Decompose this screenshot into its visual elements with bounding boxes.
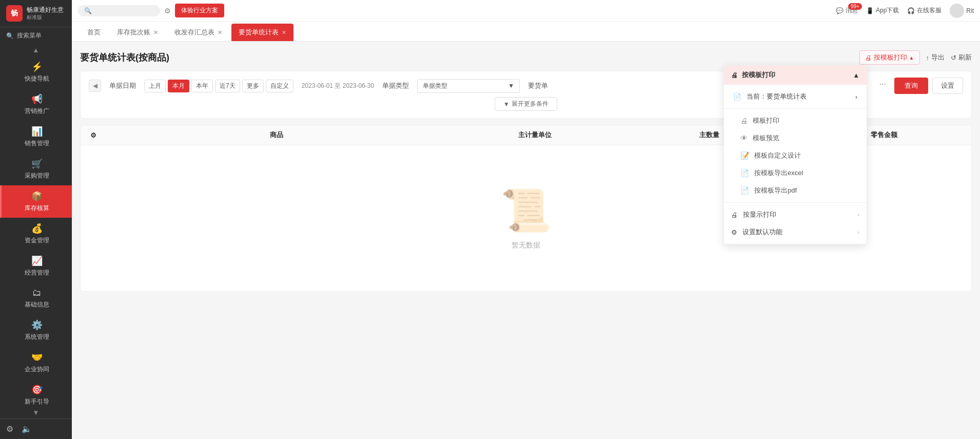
dropdown-item-export-pdf[interactable]: 📄按模板导出pdf: [724, 182, 867, 199]
sidebar-item-purchase[interactable]: 🛒采购管理: [0, 153, 72, 185]
settings-footer-icon[interactable]: ⚙: [6, 424, 13, 434]
nav-icon-system: ⚙️: [31, 319, 43, 331]
sidebar-footer: ⚙ 🔈: [0, 418, 72, 439]
dropdown-item-icon-template-print: 🖨: [740, 117, 748, 125]
nav-icon-collab: 🤝: [31, 352, 43, 363]
date-btn-5[interactable]: 自定义: [266, 80, 293, 92]
sidebar-item-sales[interactable]: 📊销售管理: [0, 121, 72, 153]
dropdown-item-template-print[interactable]: 🖨模板打印: [724, 112, 867, 129]
search-icon: 🔍: [6, 32, 14, 40]
tab-close-order-stats[interactable]: ✕: [282, 29, 286, 36]
header-right: 💬 消息 99+ 📱 App下载 🎧 在线客服 Rit: [836, 4, 974, 18]
sidebar-item-basic[interactable]: 🗂基础信息: [0, 282, 72, 314]
type-select[interactable]: 单据类型 ▼: [417, 79, 520, 93]
dropdown-header: 🖨 按模板打印 ▲: [724, 65, 867, 85]
sidebar-item-collab[interactable]: 🤝企业协同: [0, 347, 72, 379]
dropdown-item-label-template-design: 模板自定义设计: [754, 151, 801, 160]
print-button[interactable]: 🖨 按模板打印 ▲: [859, 50, 920, 65]
nav-label-guide: 新手引导: [25, 397, 49, 406]
dropdown-item-export-excel[interactable]: 📄按模板导出excel: [724, 164, 867, 182]
header-search-bar[interactable]: 🔍: [78, 5, 160, 16]
date-filter-label: 单据日期: [109, 81, 136, 90]
tab-bar: 首页库存批次账✕收发存汇总表✕要货单统计表✕: [72, 22, 980, 42]
sidebar-item-business[interactable]: 📈经营管理: [0, 250, 72, 282]
col-header-product: 商品: [106, 130, 447, 140]
tab-order-stats[interactable]: 要货单统计表✕: [231, 24, 293, 41]
default-func-chevron: ›: [857, 229, 859, 235]
dropdown-item-icon-export-pdf: 📄: [740, 186, 749, 195]
refresh-button[interactable]: ↺ 刷新: [951, 53, 972, 62]
sidebar-scroll-down[interactable]: ▼: [0, 407, 72, 418]
tab-batch-account[interactable]: 库存批次账✕: [110, 24, 165, 41]
avatar[interactable]: Rit: [950, 4, 974, 18]
type-select-value: 单据类型: [423, 82, 447, 90]
header-search-icon: 🔍: [84, 7, 92, 14]
refresh-icon: ↺: [951, 54, 956, 62]
nav-label-system: 系统管理: [25, 333, 49, 341]
tab-close-batch-account[interactable]: ✕: [153, 29, 158, 36]
header-gear-icon[interactable]: ⚙: [164, 7, 171, 15]
expand-more-button[interactable]: ▼ 展开更多条件: [495, 97, 557, 111]
sidebar-search[interactable]: 🔍 搜索菜单: [0, 27, 72, 44]
current-label: 当前：要货单统计表: [747, 92, 807, 101]
nav-label-business: 经营管理: [25, 269, 49, 277]
sidebar-item-inventory[interactable]: 📦库存核算: [0, 185, 72, 218]
logo-icon: 畅: [6, 5, 23, 22]
trial-button[interactable]: 体验行业方案: [175, 4, 224, 17]
sidebar-item-finance[interactable]: 💰资金管理: [0, 218, 72, 250]
nav-label-quick-nav: 快捷导航: [25, 74, 49, 83]
audio-footer-icon[interactable]: 🔈: [22, 424, 32, 434]
expand-label: 展开更多条件: [512, 100, 548, 108]
expand-icon: ▼: [503, 101, 509, 108]
col-header-settings: ⚙: [81, 131, 106, 139]
sidebar-item-guide[interactable]: 🎯新手引导: [0, 379, 72, 407]
dropdown-current-item[interactable]: 📄 当前：要货单统计表 ›: [724, 88, 867, 105]
date-btn-0[interactable]: 上月: [144, 80, 166, 92]
more-options-button[interactable]: ···: [875, 78, 890, 94]
dropdown-item-label-export-excel: 按模板导出excel: [754, 168, 803, 178]
tab-home[interactable]: 首页: [80, 24, 108, 41]
filter-toggle-icon[interactable]: ◀: [89, 80, 101, 92]
page-title-bar: 要货单统计表(按商品) 🖨 按模板打印 ▲ ↑ 导出 ↺ 刷新: [80, 50, 972, 65]
online-service-button[interactable]: 🎧 在线客服: [907, 6, 942, 15]
page-title: 要货单统计表(按商品): [80, 51, 169, 64]
top-header: 🔍 ⚙ 体验行业方案 💬 消息 99+ 📱 App下载 🎧 在线客服 Rit: [72, 0, 980, 22]
main-area: 🔍 ⚙ 体验行业方案 💬 消息 99+ 📱 App下载 🎧 在线客服 Rit: [72, 0, 980, 439]
sidebar-item-quick-nav[interactable]: ⚡快捷导航: [0, 56, 72, 88]
sidebar-item-system[interactable]: ⚙️系统管理: [0, 314, 72, 347]
sidebar-logo: 畅 畅康通好生意 标准版: [0, 0, 72, 27]
sidebar-item-marketing[interactable]: 📢营销推广: [0, 88, 72, 121]
type-select-chevron: ▼: [508, 82, 514, 89]
logo-name: 畅康通好生意: [27, 6, 64, 14]
tab-label-receivable-summary: 收发存汇总表: [174, 28, 214, 37]
messages-button[interactable]: 💬 消息 99+: [836, 6, 858, 15]
nav-label-basic: 基础信息: [25, 300, 49, 309]
date-btn-3[interactable]: 近7天: [215, 80, 240, 92]
dropdown-default-func[interactable]: ⚙ 设置默认功能 ›: [724, 223, 867, 241]
display-chevron-icon: ›: [857, 212, 859, 218]
title-actions: 🖨 按模板打印 ▲ ↑ 导出 ↺ 刷新: [859, 50, 972, 65]
app-download-button[interactable]: 📱 App下载: [866, 6, 899, 15]
dropdown-item-label-template-preview: 模板预览: [753, 133, 779, 143]
dropdown-item-template-preview[interactable]: 👁模板预览: [724, 129, 867, 147]
date-btn-4[interactable]: 更多: [242, 80, 264, 92]
dropdown-item-label-export-pdf: 按模板导出pdf: [754, 186, 797, 195]
settings-button[interactable]: 设置: [932, 78, 963, 94]
export-button[interactable]: ↑ 导出: [926, 53, 945, 62]
dropdown-item-label-template-print: 模板打印: [753, 116, 779, 125]
date-btn-2[interactable]: 本年: [191, 80, 213, 92]
dropdown-item-template-design[interactable]: 📝模板自定义设计: [724, 147, 867, 164]
dropdown-item-icon-template-preview: 👁: [740, 134, 748, 142]
default-func-label: 设置默认功能: [742, 227, 782, 237]
tab-close-receivable-summary[interactable]: ✕: [218, 29, 222, 36]
sidebar-scroll-up[interactable]: ▲: [0, 44, 72, 56]
dropdown-current-section: 📄 当前：要货单统计表 ›: [724, 85, 867, 109]
dropdown-collapse-icon[interactable]: ▲: [853, 71, 859, 79]
date-btn-1[interactable]: 本月: [168, 80, 189, 92]
query-button[interactable]: 查询: [894, 78, 928, 94]
type-filter-label: 单据类型: [382, 81, 409, 90]
sidebar-nav: ⚡快捷导航📢营销推广📊销售管理🛒采购管理📦库存核算💰资金管理📈经营管理🗂基础信息…: [0, 56, 72, 407]
dropdown-display-print[interactable]: 🖨 按显示打印 ›: [724, 206, 867, 223]
nav-label-sales: 销售管理: [25, 139, 49, 148]
tab-receivable-summary[interactable]: 收发存汇总表✕: [167, 24, 229, 41]
